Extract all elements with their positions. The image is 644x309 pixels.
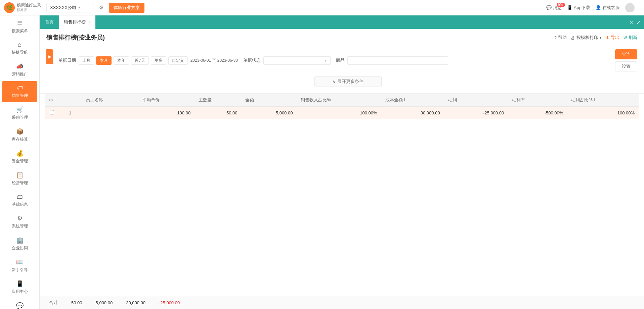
table-body: 1 100.00 50.00 5,000.00 100.00% 30,000.0… (45, 107, 639, 119)
refresh-icon: ↺ (624, 35, 627, 40)
td-cost-0: 30,000.00 (381, 107, 444, 119)
sidebar-item-label-marketing: 营销推广 (12, 71, 28, 77)
enterprise-icon: 🏢 (16, 237, 24, 244)
td-profit-rate-0: -500.00% (508, 107, 567, 119)
sidebar-items: ☰ 搜索菜单 ⌂ 快捷导航 📣 营销推广 🏷 销售管理 🛒 采购管理 📦 库存核… (0, 15, 39, 309)
table-header-row: ⚙ 员工名称 平均单价 主数量 全额 销售收入占比% 成本全额 ℹ 毛利 毛利率… (45, 94, 639, 107)
message-button[interactable]: 💬 消息 99+ (546, 5, 562, 11)
footer-amount-item: 5,000.00 (96, 300, 113, 305)
row-checkbox-0[interactable] (50, 110, 54, 114)
th-cost: 成本全额 ℹ (381, 94, 444, 107)
message-badge: 99+ (557, 3, 565, 7)
th-settings[interactable]: ⚙ (45, 94, 58, 107)
th-name: 员工名称 (82, 94, 138, 107)
sidebar-item-purchase[interactable]: 🛒 采购管理 (2, 103, 37, 124)
tab-close-icon[interactable]: × (88, 20, 91, 24)
th-profit-pct: 毛利占比% ℹ (567, 94, 639, 107)
footer-total-label: 合计 (49, 300, 58, 306)
trial-button[interactable]: 体验行业方案 (109, 3, 144, 13)
table-settings-button[interactable]: 设置 (615, 61, 637, 71)
sidebar-item-label-operation: 经营管理 (12, 180, 28, 186)
td-checkbox-0[interactable] (45, 107, 58, 119)
filter-area: ▶ 单据日期 上月 本月 本年 近7天 更多 自定义 (40, 45, 644, 94)
online-service-button[interactable]: 👤 在线客服 (596, 5, 620, 11)
cost-info-icon[interactable]: ℹ (404, 98, 405, 102)
top-right-actions: 💬 消息 99+ 📱 App下载 👤 在线客服 (546, 3, 640, 12)
operation-icon: 📋 (16, 171, 24, 179)
company-selector[interactable]: XXXXXX公司 ▾ (46, 3, 93, 12)
th-avg-price: 平均单价 (138, 94, 195, 107)
wechat-icon: 💬 (16, 302, 24, 309)
date-btn-prev-month[interactable]: 上月 (79, 56, 94, 65)
sidebar-item-enterprise[interactable]: 🏢 企业协同 (2, 233, 37, 254)
chevron-down-icon: ▾ (78, 5, 80, 10)
help-icon: ? (554, 35, 557, 40)
date-filter-buttons: 上月 本月 本年 近7天 更多 自定义 (79, 56, 188, 65)
refresh-button[interactable]: ↺ 刷新 (624, 35, 637, 41)
sidebar-item-wechat[interactable]: 💬 企业微信 (2, 299, 37, 309)
logo-area: 🌿 畅康通好生意 标准版 (4, 2, 44, 13)
th-rank (58, 94, 82, 107)
help-button[interactable]: ? 帮助 (554, 35, 567, 41)
data-table: ⚙ 员工名称 平均单价 主数量 全额 销售收入占比% 成本全额 ℹ 毛利 毛利率… (45, 94, 639, 119)
date-btn-7days[interactable]: 近7天 (131, 56, 149, 65)
company-settings-icon[interactable]: ⚙ (96, 3, 106, 13)
tab-close-button[interactable]: ✕ (629, 19, 634, 25)
status-filter-select[interactable]: ▾ (263, 56, 331, 65)
export-icon: ⬇ (606, 35, 609, 40)
export-button[interactable]: ⬇ 导出 (606, 35, 619, 41)
sidebar-item-marketing[interactable]: 📣 营销推广 (2, 59, 37, 81)
print-icon: 🖨 (571, 35, 575, 40)
footer-quantity-item: 50.00 (71, 300, 82, 305)
td-name-0 (82, 107, 138, 119)
date-btn-current-year[interactable]: 本年 (114, 56, 129, 65)
home-tab[interactable]: 首页 (40, 15, 59, 29)
sidebar-item-label-purchase: 采购管理 (12, 115, 28, 120)
system-icon: ⚙ (17, 215, 23, 222)
filter-collapse-arrow[interactable]: ▶ (46, 49, 53, 64)
sidebar-item-shortcut[interactable]: ⌂ 快捷导航 (2, 38, 37, 59)
header-actions: ? 帮助 🖨 按模板打印 ▾ ⬇ 导出 ↺ 刷新 (554, 35, 637, 41)
th-quantity: 主数量 (195, 94, 241, 107)
sidebar-item-operation[interactable]: 📋 经营管理 (2, 168, 37, 189)
date-btn-current-month[interactable]: 本月 (96, 56, 112, 65)
print-button[interactable]: 🖨 按模板打印 ▾ (571, 35, 602, 41)
sidebar: ☰ 搜索菜单 ⌂ 快捷导航 📣 营销推广 🏷 销售管理 🛒 采购管理 📦 库存核… (0, 15, 40, 309)
goods-filter-item: 商品 ··· (336, 56, 448, 65)
refresh-label: 刷新 (629, 35, 637, 41)
app-download-button[interactable]: 📱 App下载 (567, 5, 590, 11)
query-button[interactable]: 查询 (615, 49, 637, 59)
date-btn-custom[interactable]: 自定义 (168, 56, 188, 65)
sidebar-item-search[interactable]: ☰ 搜索菜单 (2, 16, 37, 37)
sidebar-item-sales[interactable]: 🏷 销售管理 (2, 81, 37, 102)
search-icon: ☰ (17, 19, 23, 27)
active-tab[interactable]: 销售排行榜 × (59, 15, 95, 29)
sidebar-item-label-sales: 销售管理 (12, 93, 28, 99)
avatar[interactable] (625, 3, 635, 12)
sidebar-item-label-finance: 资金管理 (12, 158, 28, 164)
tab-maximize-icon[interactable]: ⤢ (636, 19, 641, 25)
sidebar-item-basic[interactable]: 🗃 基础信息 (2, 190, 37, 211)
expand-more-button[interactable]: ∨ 展开更多条件 (314, 76, 382, 87)
goods-filter-select[interactable]: ··· (347, 56, 448, 65)
sidebar-item-apps[interactable]: 📱 应用中心 (2, 277, 37, 298)
inventory-icon: 📦 (16, 128, 24, 135)
expand-chevron-icon: ∨ (333, 79, 336, 84)
date-btn-more[interactable]: 更多 (151, 56, 166, 65)
sidebar-item-inventory[interactable]: 📦 库存核算 (2, 124, 37, 146)
expand-more-label: 展开更多条件 (337, 79, 363, 85)
marketing-icon: 📣 (16, 63, 24, 70)
td-quantity-0: 50.00 (195, 107, 241, 119)
sidebar-item-guide[interactable]: 📖 新手引导 (2, 255, 37, 276)
sidebar-item-label-shortcut: 快捷导航 (12, 50, 28, 55)
sidebar-item-finance[interactable]: 💰 资金管理 (2, 146, 37, 167)
profit-pct-info-icon[interactable]: ℹ (594, 98, 595, 102)
service-icon: 👤 (596, 5, 601, 10)
td-sales-pct-0: 100.00% (297, 107, 381, 119)
td-profit-pct-0: 100.00% (567, 107, 639, 119)
th-amount: 全额 (241, 94, 297, 107)
basic-icon: 🗃 (17, 193, 23, 200)
goods-dots-icon: ··· (441, 58, 444, 63)
tab-bar: 首页 销售排行榜 × ✕ ⤢ (40, 15, 644, 29)
sidebar-item-system[interactable]: ⚙ 系统管理 (2, 211, 37, 233)
